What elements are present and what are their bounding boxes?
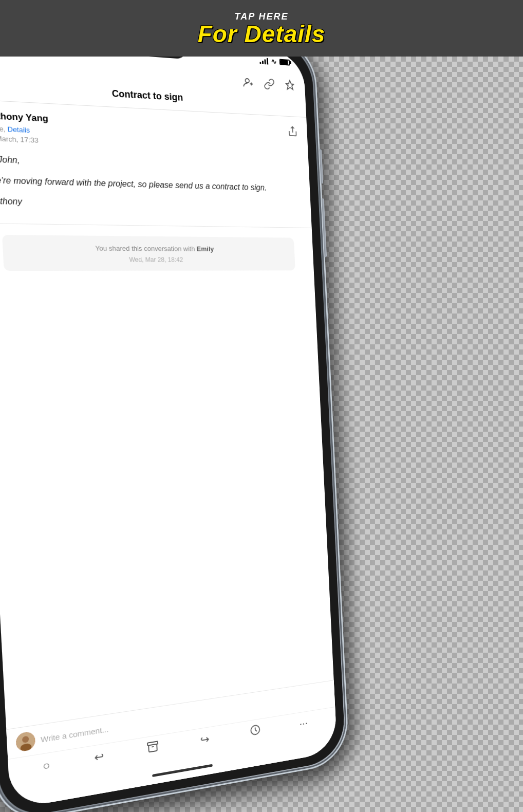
shared-notification: You shared this conversation with Emily … [2, 235, 295, 271]
status-icons: ∿ [259, 57, 290, 67]
shared-date: Wed, Mar 28, 18:42 [12, 255, 288, 263]
shared-text: You shared this conversation with Emily [11, 243, 287, 254]
add-contact-icon[interactable] [242, 77, 255, 92]
email-date: 28 March, 17:33 [0, 134, 39, 144]
pin-icon[interactable] [284, 79, 296, 94]
more-icon[interactable]: ··· [299, 716, 308, 730]
svg-point-0 [245, 79, 249, 83]
back-button[interactable]: ‹ [0, 60, 3, 75]
archive-icon[interactable] [146, 740, 160, 757]
screen-inner: 18:42 ∿ [0, 27, 338, 809]
phone-screen: 18:42 ∿ [0, 27, 338, 809]
svg-line-8 [152, 747, 154, 747]
details-link[interactable]: Details [7, 125, 30, 134]
share-icon[interactable] [287, 125, 298, 139]
signature: Anthony [0, 194, 302, 214]
power-button [319, 149, 323, 183]
wifi-icon: ∿ [271, 57, 277, 65]
circle-icon[interactable]: ○ [42, 759, 50, 773]
svg-line-3 [292, 126, 293, 133]
email-message: Anthony Yang to Me, Details 28 March, 17… [0, 100, 312, 228]
shared-name: Emily [196, 245, 214, 253]
signal-icon [259, 57, 268, 65]
volume-button-right [322, 198, 327, 257]
forward-icon[interactable]: ↪ [200, 732, 210, 747]
home-indicator-bar [152, 764, 213, 777]
nav-icons [242, 77, 296, 95]
for-details-label: For Details [198, 22, 326, 46]
svg-rect-7 [147, 741, 158, 745]
greeting: Hi John, [0, 153, 300, 177]
email-body-text: We're moving forward with the project, s… [0, 173, 301, 195]
reply-icon[interactable]: ↩ [94, 749, 104, 765]
phone-shell: 18:42 ∿ [0, 11, 349, 812]
battery-icon [279, 59, 290, 66]
shared-prefix: You shared this conversation with [95, 244, 195, 252]
to-label: to Me, [0, 124, 6, 133]
top-banner[interactable]: TAP HERE For Details [0, 0, 523, 57]
phone-bezel: 18:42 ∿ [0, 16, 346, 812]
avatar [15, 731, 35, 752]
email-body: Hi John, We're moving forward with the p… [0, 153, 302, 214]
phone-wrapper: 18:42 ∿ [0, 11, 386, 812]
link-icon[interactable] [264, 78, 275, 93]
clock-icon[interactable] [249, 723, 262, 740]
